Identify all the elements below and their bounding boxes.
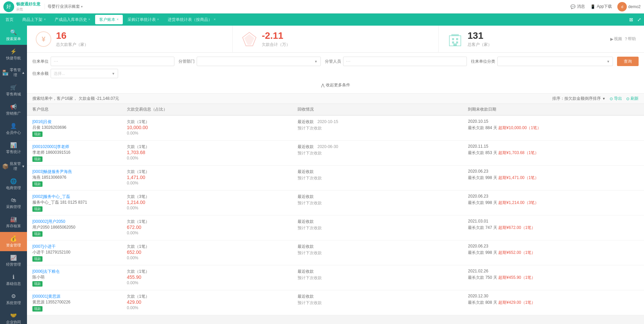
sidebar-item-basic-info[interactable]: ℹ 基础信息 <box>0 270 27 290</box>
customer-code[interactable]: [0007]小进干 <box>32 244 127 249</box>
collect-next: 预计下次收款 <box>298 150 468 156</box>
customer-code[interactable]: [0006]去下粮仓 <box>32 269 127 274</box>
message-icon: 💬 <box>570 4 576 9</box>
collapse-btn[interactable]: ⋀ 收起更多条件 <box>32 81 639 89</box>
overdue-link[interactable]: 超期¥455.90（1笔） <box>498 275 535 280</box>
search-icon: 🔍 <box>10 29 17 35</box>
tab-purchase-order-stats[interactable]: 采购订单统计表 × <box>123 15 163 24</box>
nav-restore-btn[interactable]: ⊠ <box>628 17 635 22</box>
tab-purchase-stats[interactable]: 进货单统计表（按商品） × <box>164 15 220 24</box>
building-svg <box>447 31 464 48</box>
overdue-link[interactable]: 超期¥1,214.00（3笔） <box>498 200 539 205</box>
sidebar-item-enterprise-collab[interactable]: 🤝 企业协同 <box>0 309 27 324</box>
customer-tag: 现款 <box>32 181 43 187</box>
video-btn[interactable]: ▶ 视频 <box>610 36 622 42</box>
table-row: [000001]黄思源 黄思源 13552700226 现款 欠款（1笔） 42… <box>27 290 644 315</box>
tab-produce-history[interactable]: 产成品入库单历史 × <box>51 15 94 24</box>
debt-summary: 欠款金额 -21,148.07元 <box>79 96 119 101</box>
sidebar-item-retail-stats[interactable]: 📊 零售统计 <box>0 139 27 158</box>
sidebar-item-label: 资金管理 <box>6 243 21 248</box>
customer-code[interactable]: [0002]服务中心_丁磊 <box>32 194 127 200</box>
tab-customer-account[interactable]: 客户账本 × <box>95 15 123 24</box>
overdue-cell-5: 2020.06.23 最长欠款 998 天 超期¥652.00（1笔） <box>468 244 639 256</box>
source-unit-input-wrap[interactable]: ··· <box>51 57 174 66</box>
sidebar-item-member-center[interactable]: 👤 会员中心 <box>0 119 27 139</box>
overdue-link[interactable]: 超期¥672.00（1笔） <box>498 225 535 230</box>
source-unit-dots: ··· <box>54 58 58 64</box>
svg-text:¥: ¥ <box>41 35 46 43</box>
tab-product-offshelf[interactable]: 商品上下架 × <box>18 15 50 24</box>
filter-balance: 往来余额 选择... ▼ <box>32 69 639 78</box>
warehouse-icon: 🏭 <box>10 216 17 223</box>
sidebar-item-retail-mgmt[interactable]: 🏪 零售管理 ▲ <box>0 64 27 81</box>
max-overdue-days: 最长欠款 808 天 <box>468 300 498 305</box>
sidebar-item-purchase-mgmt[interactable]: 🛍 采购管理 <box>0 194 27 213</box>
overdue-link[interactable]: 超期¥429.00（1笔） <box>498 300 535 305</box>
customer-code[interactable]: [0003]畅捷服务尹海燕 <box>32 169 127 175</box>
sidebar-item-search-menu[interactable]: 🔍 搜索菜单 <box>0 26 27 45</box>
category-select-wrap[interactable]: ▼ <box>497 57 613 66</box>
sidebar-item-system[interactable]: ⚙ 系统管理 <box>0 290 27 309</box>
customer-code[interactable]: [0001020001]李老师 <box>32 144 127 150</box>
balance-select-wrap[interactable]: 选择... ▼ <box>51 69 118 78</box>
debt-amount[interactable]: 1,214.00 <box>127 200 298 205</box>
debt-amount[interactable]: 652.00 <box>127 249 298 255</box>
overdue-detail: 最长欠款 750 天 超期¥455.90（1笔） <box>468 275 639 281</box>
export-btn[interactable]: ⊙ 导出 <box>610 96 622 101</box>
sidebar-item-ecommerce[interactable]: 🌐 电商管理 <box>0 175 27 194</box>
debt-amount[interactable]: 429.00 <box>127 299 298 305</box>
overdue-cell-4: 2021.03.01 最长欠款 747 天 超期¥672.00（1笔） <box>468 219 639 231</box>
person-input-wrap[interactable]: ··· <box>343 57 467 66</box>
tab-home[interactable]: 首页 <box>1 15 18 24</box>
yuan-svg: ¥ <box>35 31 52 48</box>
tab-close-icon[interactable]: × <box>117 15 119 24</box>
tab-close-icon[interactable]: × <box>214 15 216 24</box>
debt-amount[interactable]: 672.00 <box>127 225 298 230</box>
industry-selector[interactable]: 母婴行业演示账套 ▾ <box>45 4 83 9</box>
collect-cell-1: 最近收款 2020-06-30 预计下次收款 <box>298 144 468 156</box>
dept-select-wrap[interactable]: ▼ <box>197 57 320 66</box>
debt-amount[interactable]: 1,703.68 <box>127 150 298 155</box>
sidebar-item-quick-nav[interactable]: ⚡ 快捷导航 <box>0 45 27 64</box>
overdue-date: 2020.10.15 <box>468 119 639 124</box>
help-btn[interactable]: ? 帮助 <box>625 36 636 42</box>
video-icon: ▶ <box>610 37 613 41</box>
stat-card-total-customers: 131 总客户（家） ▶ 视频 ? 帮助 <box>439 26 644 52</box>
customer-code[interactable]: [000002]用户2050 <box>32 219 127 225</box>
debt-ratio: 0.00% <box>127 181 298 185</box>
nav-maximize-btn[interactable]: ⤢ <box>636 17 643 22</box>
message-btn[interactable]: 💬 消息 <box>570 4 585 9</box>
sidebar-item-retail-mall[interactable]: 🛒 零售商城 <box>0 81 27 100</box>
collect-next: 预计下次收款 <box>298 200 468 206</box>
overdue-detail: 最长欠款 884 天 超期¥10,000.00（1笔） <box>468 125 639 131</box>
debt-amount[interactable]: 455.90 <box>127 274 298 280</box>
overdue-link[interactable]: 超期¥652.00（1笔） <box>498 250 535 255</box>
debt-ratio: 0.00% <box>127 281 298 285</box>
customer-name: 服务中心_丁磊 181 0125 8371 <box>32 200 127 205</box>
customer-cell-2: [0003]畅捷服务尹海燕 海燕 18513066976 现款 <box>32 169 127 187</box>
latest-collect-label: 最近收款 <box>298 219 314 224</box>
refresh-btn[interactable]: ⊙ 刷新 <box>626 96 639 101</box>
sidebar-item-label: 搜索菜单 <box>6 36 21 41</box>
search-button[interactable]: 查询 <box>617 57 639 66</box>
tab-close-icon[interactable]: × <box>44 15 46 24</box>
sort-selector[interactable]: 排序：按欠款金额倒序排序 ▼ <box>552 96 606 101</box>
debt-amount[interactable]: 10,000.00 <box>127 125 298 130</box>
customer-code[interactable]: [000001]黄思源 <box>32 294 127 299</box>
tab-close-icon[interactable]: × <box>157 15 159 24</box>
app-download-btn[interactable]: 📱 App下载 <box>590 4 612 9</box>
customer-name: 用户2050 18665062050 <box>32 225 127 230</box>
sidebar-item-batch-mgmt[interactable]: 📦 批发管理 ▼ <box>0 158 27 175</box>
customer-code[interactable]: [0016]吕俊 <box>32 119 127 125</box>
overdue-link[interactable]: 超期¥1,703.68（1笔） <box>498 150 539 155</box>
sidebar-item-label: 批发管理 <box>9 161 21 171</box>
sidebar-item-warehouse[interactable]: 🏭 库存核算 <box>0 213 27 232</box>
user-profile[interactable]: d demo2 <box>617 2 641 11</box>
tab-close-icon[interactable]: × <box>88 15 90 24</box>
sidebar-item-marketing[interactable]: 📢 营销推广 <box>0 100 27 119</box>
overdue-link[interactable]: 超期¥10,000.00（1笔） <box>498 125 541 130</box>
overdue-link[interactable]: 超期¥1,471.00（1笔） <box>498 175 539 180</box>
sidebar-item-operations[interactable]: 📈 经营管理 <box>0 251 27 270</box>
sidebar-item-capital[interactable]: 💰 资金管理 <box>0 232 27 251</box>
debt-amount[interactable]: 1,471.00 <box>127 175 298 180</box>
